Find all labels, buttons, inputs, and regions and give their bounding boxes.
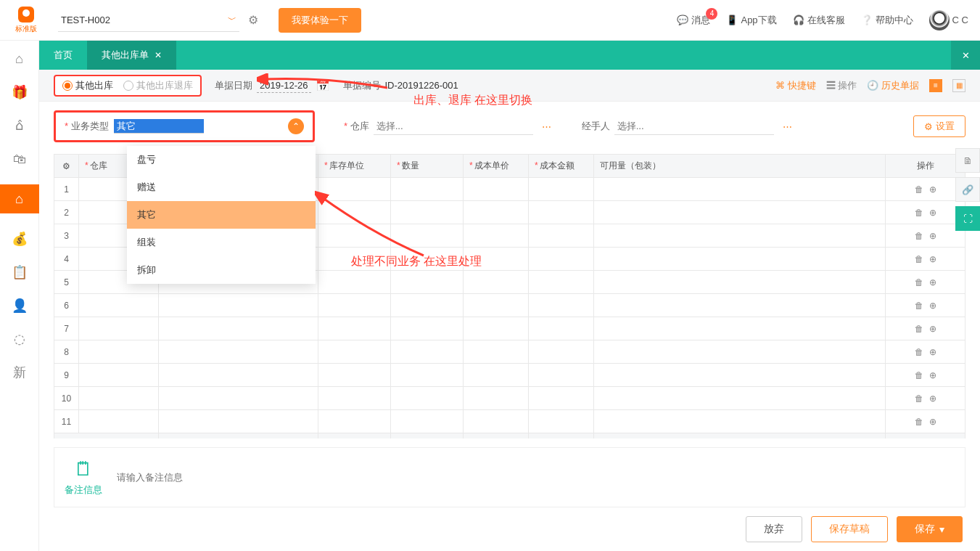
sidebar-warehouse-icon[interactable]: ⌂ [0, 184, 39, 213]
user-menu[interactable]: C C [929, 10, 968, 30]
handler-select[interactable] [614, 118, 774, 135]
delete-icon[interactable]: 🗑 [915, 184, 923, 195]
table-row[interactable]: 7🗑⊕ [54, 317, 965, 340]
delete-icon[interactable]: 🗑 [915, 231, 923, 241]
warehouse-label: 仓库 [344, 120, 369, 133]
delete-icon[interactable]: 🗑 [915, 370, 923, 380]
sidebar-home-icon[interactable]: ⌂ [12, 51, 28, 67]
main-area: 首页 其他出库单 ✕ ✕ 其他出库 其他出库退库 单据日期 201 [39, 41, 980, 551]
settings-gear-icon[interactable]: ⚙ [248, 13, 258, 27]
operate-link[interactable]: ☰ 操作 [826, 79, 857, 92]
col-ops: 操作 [886, 155, 965, 178]
discard-button[interactable]: 放弃 [746, 516, 802, 542]
sidebar-clipboard-icon[interactable]: 📋 [12, 264, 28, 280]
try-button[interactable]: 我要体验一下 [279, 8, 361, 33]
rail-link-icon[interactable]: 🔗 [955, 177, 980, 202]
table-row[interactable]: 9🗑⊕ [54, 364, 965, 387]
warehouse-select[interactable] [374, 118, 533, 135]
sidebar-house-icon[interactable]: ⌂̂ [12, 118, 28, 134]
view-list-icon[interactable]: ≡ [929, 79, 942, 92]
view-grid-icon[interactable]: ▦ [952, 79, 965, 92]
app-download-link[interactable]: 📱 App下载 [726, 14, 776, 27]
row-index: 8 [54, 340, 79, 364]
close-icon[interactable]: ✕ [155, 50, 162, 60]
help-center-link[interactable]: ❔ 帮助中心 [861, 14, 913, 27]
add-icon[interactable]: ⊕ [929, 301, 936, 311]
history-link[interactable]: 🕘 历史单据 [867, 79, 919, 92]
handler-label: 经手人 [582, 120, 610, 133]
tab-other-outbound[interactable]: 其他出库单 ✕ [87, 41, 176, 70]
add-icon[interactable]: ⊕ [929, 370, 936, 380]
subtotal-label: 小计 [54, 433, 159, 439]
add-icon[interactable]: ⊕ [929, 184, 936, 195]
delete-icon[interactable]: 🗑 [915, 301, 923, 311]
doc-no-field: 单据编号 ID-20191226-001 [343, 79, 458, 92]
row-index: 9 [54, 364, 79, 387]
rail-expand-icon[interactable]: ⛶ [955, 206, 980, 231]
table-row[interactable]: 11🗑⊕ [54, 410, 965, 433]
col-cost-price: 成本单价 [464, 155, 529, 178]
sidebar-money-icon[interactable]: 💰 [12, 231, 28, 247]
help-center-label: 帮助中心 [876, 14, 913, 27]
add-icon[interactable]: ⊕ [929, 231, 936, 241]
delete-icon[interactable]: 🗑 [915, 254, 923, 264]
add-icon[interactable]: ⊕ [929, 393, 936, 404]
remark-input[interactable] [117, 472, 955, 483]
radio-other-out-return[interactable]: 其他出库退库 [123, 79, 193, 92]
table-row[interactable]: 10🗑⊕ [54, 387, 965, 410]
sidebar-bag-icon[interactable]: 🛍 [12, 151, 28, 167]
settings-button-label: 设置 [936, 120, 955, 133]
shortcut-link[interactable]: ⌘ 快捷键 [775, 79, 816, 92]
row-index: 10 [54, 387, 79, 410]
row-index: 1 [54, 178, 79, 201]
rail-note-icon[interactable]: 🗎 [955, 148, 980, 173]
delete-icon[interactable]: 🗑 [915, 208, 923, 218]
handler-field: 经手人 ⋯ [582, 118, 794, 135]
tab-home[interactable]: 首页 [39, 41, 87, 70]
dropdown-option[interactable]: 盘亏 [127, 146, 316, 174]
remark-icon-group: 🗒 备注信息 [65, 458, 102, 497]
online-service-link[interactable]: 🎧 在线客服 [793, 14, 845, 27]
chevron-up-icon[interactable]: ⌃ [288, 118, 304, 134]
add-icon[interactable]: ⊕ [929, 277, 936, 287]
messages-link[interactable]: 💬 消息 4 [677, 14, 710, 27]
sidebar-gift-icon[interactable]: 🎁 [12, 84, 28, 100]
table-row[interactable]: 8🗑⊕ [54, 340, 965, 364]
close-all-tabs[interactable]: ✕ [951, 41, 980, 70]
delete-icon[interactable]: 🗑 [915, 277, 923, 287]
add-icon[interactable]: ⊕ [929, 417, 936, 427]
more-icon[interactable]: ⋯ [783, 121, 794, 132]
delete-icon[interactable]: 🗑 [915, 417, 923, 427]
logo: 标准版 [12, 7, 41, 34]
add-icon[interactable]: ⊕ [929, 254, 936, 264]
dropdown-option-selected[interactable]: 其它 [127, 201, 316, 229]
delete-icon[interactable]: 🗑 [915, 393, 923, 404]
sidebar-new-icon[interactable]: 新 [12, 364, 28, 380]
delete-icon[interactable]: 🗑 [915, 324, 923, 334]
calendar-icon[interactable]: 📅 [316, 78, 330, 92]
doc-date-value[interactable]: 2019-12-26 [257, 78, 311, 93]
business-type-input[interactable] [114, 119, 204, 134]
org-selector[interactable]: TEST-H002 ﹀ [58, 9, 239, 32]
row-index: 3 [54, 224, 79, 248]
col-qty: 数量 [391, 155, 464, 178]
settings-button[interactable]: ⚙ 设置 [913, 115, 965, 137]
dropdown-option[interactable]: 赠送 [127, 174, 316, 201]
add-icon[interactable]: ⊕ [929, 324, 936, 334]
sidebar-loading-icon[interactable]: ◌ [12, 331, 28, 347]
table-row[interactable]: 6🗑⊕ [54, 294, 965, 317]
delete-icon[interactable]: 🗑 [915, 347, 923, 357]
dropdown-option[interactable]: 拆卸 [127, 256, 316, 284]
column-config-icon[interactable]: ⚙ [54, 155, 79, 178]
row-ops: 🗑⊕ [886, 340, 965, 364]
sidebar-contact-icon[interactable]: 👤 [12, 298, 28, 314]
add-icon[interactable]: ⊕ [929, 208, 936, 218]
save-draft-button[interactable]: 保存草稿 [811, 516, 888, 542]
radio-other-out[interactable]: 其他出库 [62, 79, 113, 92]
add-icon[interactable]: ⊕ [929, 347, 936, 357]
messages-badge: 4 [706, 8, 717, 20]
phone-icon: 📱 [726, 15, 738, 25]
more-icon[interactable]: ⋯ [542, 121, 553, 132]
dropdown-option[interactable]: 组装 [127, 229, 316, 256]
save-button[interactable]: 保存 ▾ [897, 516, 963, 542]
